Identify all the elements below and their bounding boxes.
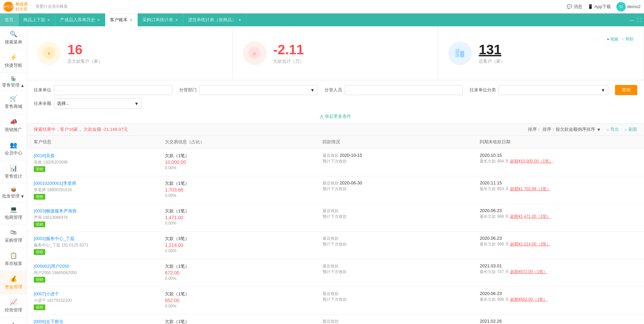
sidebar-item-wholesale-mgmt[interactable]: 📦 批发管理 ▼ [0, 184, 27, 202]
sidebar-item-ecommerce[interactable]: 💻 电商管理 [0, 202, 27, 225]
sidebar-item-inventory[interactable]: 📋 库存核算 [0, 248, 27, 271]
customer-name-link[interactable]: [0002]服务中心_丁磊 [34, 236, 75, 241]
recovery-info-cell: 最近收款 预计下次收款 [323, 319, 480, 324]
next-payment-label: 预计下次收款 [323, 186, 480, 192]
filter-unit-category-select[interactable]: ▼ [499, 85, 608, 95]
filter-department-label: 分管部门 [179, 87, 197, 93]
col-header-date: 到期未收款日期 [480, 139, 637, 145]
customer-name-link[interactable]: [0016]吴俊 [34, 153, 55, 158]
customer-sub-info: 小进干 18279152100 [34, 298, 165, 303]
overdue-amount-link[interactable]: 超期¥1,471.00（1笔） [510, 214, 551, 219]
customer-tag: 现销 [34, 277, 45, 283]
sidebar-item-marketing[interactable]: 📣 营销推广 [0, 114, 27, 137]
overdue-amount-link[interactable]: 超期¥672.00（1笔） [510, 269, 547, 274]
filter-department-select[interactable]: ▼ [199, 85, 318, 95]
debt-amount: 1,703.68 [165, 187, 323, 193]
collapse-label: 收起更多条件 [325, 113, 351, 119]
ecommerce-icon: 💻 [10, 206, 17, 213]
sidebar-item-operations[interactable]: 📈 经营管理 [0, 294, 27, 318]
filter-person-label: 分管人员 [325, 87, 342, 93]
total-debt-info: -2.11 欠款合计（万） [273, 42, 304, 64]
refresh-button[interactable]: ○ 刷新 [624, 126, 637, 132]
svg-text:◇: ◇ [253, 51, 256, 56]
tab-production-history-close[interactable]: ✕ [97, 18, 100, 22]
search-icon: 🔍 [10, 30, 17, 38]
sidebar-item-search[interactable]: 🔍 搜索菜单 [0, 26, 27, 50]
tab-home[interactable]: 首页 [0, 13, 19, 26]
tab-product-listing-close[interactable]: ✕ [47, 18, 50, 22]
sidebar-item-member[interactable]: 👥 会员中心 [0, 137, 27, 160]
tab-product-listing[interactable]: 商品上下架 ✕ [19, 13, 55, 26]
table-row: [0016]吴俊 吴俊 13026203696 现销 欠款（1笔） 10,000… [27, 149, 644, 176]
overdue-amount-link[interactable]: 超期¥10,000.00（1笔） [510, 159, 553, 164]
next-payment-label: 预计下次收款 [323, 269, 480, 275]
tab-purchase-stats-close[interactable]: ✕ [175, 18, 178, 22]
sidebar-item-retail-mgmt[interactable]: 🏪 零售管理 ▲ [0, 73, 27, 91]
filter-balance-select[interactable]: 选择... ▼ [54, 98, 142, 109]
overdue-amount-link[interactable]: 超期¥1,214.00（3笔） [510, 242, 551, 246]
debt-count: 欠款（1笔） [165, 263, 323, 269]
overdue-days: 最长欠款 884 天 超期¥10,000.00（1笔） [480, 158, 637, 164]
video-help-button[interactable]: ● 视频 [607, 36, 619, 42]
collapse-button[interactable]: ⋀ 收起更多条件 [320, 113, 351, 119]
help-button[interactable]: ○ 帮助 [622, 36, 634, 42]
tab-production-history-label: 产成品入库单历史 [60, 17, 95, 23]
filter-unit-category: 往来单位分类 ▼ [470, 85, 608, 95]
results-amount: 欠款金额 -21,148.07元 [84, 127, 128, 132]
sort-select[interactable]: 排序： 排序：按欠款金额倒序排序 ▼ [528, 126, 601, 132]
sidebar-item-basic-info[interactable]: ℹ 基础信息 [0, 318, 27, 324]
message-button[interactable]: 💬 消息 [567, 4, 582, 10]
overdue-amount-link[interactable]: 超期¥652.00（1笔） [510, 297, 547, 302]
due-date-main: 2020.06.23 [480, 291, 637, 296]
tab-customer-account[interactable]: 客户账本 ✕ [105, 13, 138, 26]
due-date-cell: 2020.11.15 最长欠款 853 天 超期¥1,703.68（1笔） [480, 180, 637, 192]
unit-category-arrow: ▼ [601, 88, 605, 93]
retail-store-icon: 🛒 [10, 95, 17, 102]
customer-sub-info: 李老师 18600391516 [34, 187, 165, 193]
maximize-icon[interactable]: ⛶ [637, 18, 641, 23]
tab-incoming-stats[interactable]: 进货单统计表（按商品） ✕ [183, 13, 246, 26]
overdue-customers-icon: ¥ [37, 41, 61, 65]
tab-incoming-stats-close[interactable]: ✕ [238, 18, 241, 22]
user-avatar[interactable]: D demo2 [616, 2, 641, 11]
filter-balance-label: 往来余额 [34, 100, 51, 107]
sidebar-item-purchase[interactable]: 🛍 采购管理 [0, 225, 27, 248]
customer-name-link[interactable]: [0006]去下粮仓 [34, 319, 63, 324]
export-button[interactable]: ○ 导出 [606, 126, 619, 132]
tab-customer-account-close[interactable]: ✕ [130, 18, 133, 22]
customer-name-link[interactable]: [0007]小进干 [34, 291, 59, 296]
customer-info-cell: [0003]畅捷服务尹海燕 尹燕 18513066976 现销 [34, 208, 165, 227]
customer-name-link[interactable]: [00010200001]李老师 [34, 181, 76, 186]
debt-amount: 10,000.00 [165, 159, 323, 165]
sidebar-search-label: 搜索菜单 [5, 39, 22, 45]
overdue-amount-link[interactable]: 超期¥1,703.68（1笔） [510, 186, 551, 191]
results-actions: 排序： 排序：按欠款金额倒序排序 ▼ ○ 导出 ○ 刷新 [528, 126, 637, 132]
due-date-cell: 2020.06.23 最长欠款 998 天 超期¥652.00（1笔） [480, 291, 637, 302]
customer-name-link[interactable]: [000002]用户2050 [34, 264, 69, 269]
sidebar-item-finance[interactable]: 💰 资金管理 [0, 271, 27, 294]
tab-customer-account-label: 客户账本 [110, 17, 128, 23]
summary-cards: ¥ 16 总欠款客户（家） ◇ -2.11 欠款合计（万） [27, 26, 644, 80]
purchase-icon: 🛍 [10, 229, 17, 236]
last-payment-label: 最近收款 [323, 319, 480, 324]
sidebar-operations-label: 经营管理 [5, 307, 22, 313]
svg-rect-6 [465, 48, 466, 48]
debt-percent: 0.00% [165, 193, 323, 198]
search-button[interactable]: 查询 [615, 85, 637, 95]
filter-person-input[interactable]: ··· [345, 85, 463, 95]
col-header-debt: 欠交易信息（占比） [165, 139, 323, 145]
customer-name-link[interactable]: [0003]畅捷服务尹海燕 [34, 208, 77, 213]
minimize-icon[interactable]: — [630, 18, 634, 23]
tab-incoming-stats-label: 进货单统计表（按商品） [188, 17, 236, 23]
tab-production-history[interactable]: 产成品入库单历史 ✕ [55, 13, 105, 26]
filter-source-unit-input[interactable]: ··· [54, 85, 172, 95]
wholesale-mgmt-label: 批发管理 [2, 193, 20, 199]
sidebar-item-nav[interactable]: ⚡ 快捷导航 [0, 50, 27, 73]
next-payment-label: 预计下次收款 [323, 241, 480, 247]
tab-purchase-stats[interactable]: 采购订单统计表 ✕ [138, 13, 183, 26]
top-bar: 好生意 畅捷通好生意 母婴行业演示账套 💬 消息 📱 App下载 D demo2 [0, 0, 644, 13]
app-download-button[interactable]: 📱 App下载 [588, 4, 611, 10]
sidebar-item-retail-store[interactable]: 🛒 零售商城 [0, 91, 27, 114]
sidebar-item-retail-stats[interactable]: 📊 零售统计 [0, 160, 27, 184]
wholesale-mgmt-icon: 📦 [11, 187, 16, 192]
